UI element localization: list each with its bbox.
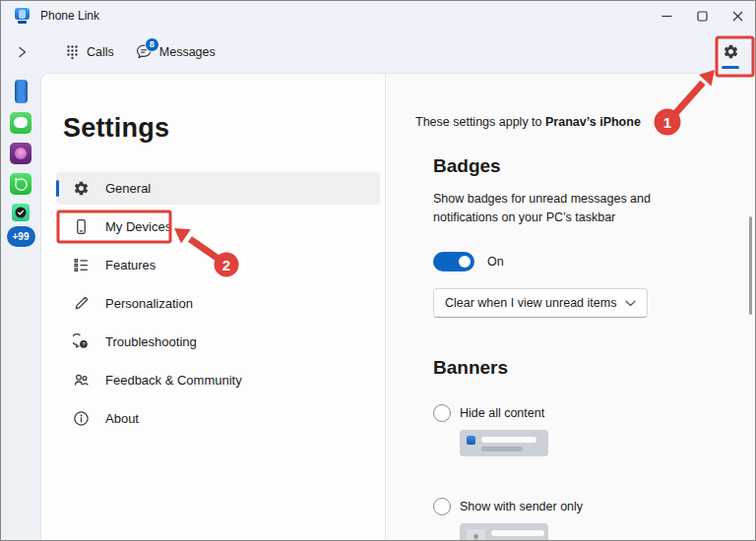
window-title: Phone Link <box>40 9 99 23</box>
svg-text:?: ? <box>82 341 85 347</box>
tab-calls-label: Calls <box>87 45 114 59</box>
radio-label: Hide all content <box>460 406 544 420</box>
device-name: Pranav’s iPhone <box>545 115 641 129</box>
tab-messages[interactable]: 8 Messages <box>136 44 216 60</box>
phone-link-mini-logo-icon <box>467 436 475 445</box>
close-button[interactable] <box>720 1 755 30</box>
maximize-button[interactable] <box>684 1 720 30</box>
menu-label: Feedback & Community <box>105 373 242 388</box>
dropdown-value: Clear when I view unread items <box>445 296 616 310</box>
phone-icon <box>73 218 90 235</box>
banner-preview-hide-content <box>460 430 548 456</box>
toggle-state-label: On <box>487 255 504 269</box>
phone-link-logo-icon <box>14 8 31 24</box>
menu-item-feedback[interactable]: Feedback & Community <box>56 364 380 396</box>
dialpad-icon <box>65 44 80 60</box>
menu-label: Troubleshooting <box>105 334 197 349</box>
menu-label: General <box>105 181 151 196</box>
gear-icon <box>723 43 739 60</box>
applies-to-prefix: These settings apply to <box>415 115 545 129</box>
menu-label: Personalization <box>105 296 193 311</box>
phone-link-window: Phone Link <box>0 0 756 541</box>
tab-messages-label: Messages <box>159 45 216 59</box>
pen-icon <box>73 295 90 312</box>
minimize-button[interactable] <box>649 1 684 30</box>
radio-label: Show with sender only <box>460 500 583 513</box>
menu-item-my-devices[interactable]: My Devices <box>56 210 380 243</box>
settings-card: Settings General My Devices <box>40 73 755 540</box>
menu-item-personalization[interactable]: Personalization <box>56 287 380 320</box>
menu-item-features[interactable]: Features <box>56 249 380 281</box>
device-settings-pane: These settings apply to Pranav’s iPhone … <box>386 74 755 540</box>
tab-calls[interactable]: Calls <box>65 44 114 60</box>
expand-sidebar-button[interactable] <box>18 46 43 58</box>
chevron-down-icon <box>625 300 636 307</box>
chat-question-icon: ? <box>73 333 90 350</box>
menu-item-general[interactable]: General <box>56 172 380 205</box>
scrollbar[interactable] <box>749 216 752 315</box>
badges-toggle[interactable] <box>433 252 474 271</box>
selected-accent-bar <box>56 180 59 197</box>
page-title: Settings <box>63 113 380 144</box>
banners-heading: Banners <box>433 357 755 379</box>
menu-label: My Devices <box>105 219 171 234</box>
tasks-check-app-icon[interactable] <box>12 204 30 221</box>
settings-menu: General My Devices Features <box>56 172 380 435</box>
radio-show-sender-only[interactable]: Show with sender only <box>433 498 755 515</box>
titlebar: Phone Link <box>1 1 755 30</box>
whatsapp-app-icon[interactable] <box>10 173 32 195</box>
top-navbar: Calls 8 Messages <box>1 30 755 73</box>
settings-pane: Settings General My Devices <box>41 74 385 540</box>
imessage-app-icon[interactable] <box>10 112 32 134</box>
app-rail: +99 <box>1 73 40 540</box>
list-icon <box>73 257 90 273</box>
settings-active-indicator <box>722 66 739 69</box>
menu-item-about[interactable]: About <box>56 402 380 435</box>
message-bubble-icon: 8 <box>136 44 153 60</box>
info-icon <box>73 410 90 427</box>
purple-app-icon[interactable] <box>10 143 32 164</box>
radio-button-icon[interactable] <box>433 498 451 515</box>
more-apps-badge[interactable]: +99 <box>7 226 35 247</box>
banner-preview-sender-only <box>460 523 548 541</box>
avatar-icon <box>467 529 485 541</box>
gear-icon <box>73 180 90 197</box>
phone-device-icon[interactable] <box>15 80 28 103</box>
badges-description: Show badges for unread messages and noti… <box>433 190 671 227</box>
menu-label: About <box>105 411 139 426</box>
toggle-knob <box>459 256 471 268</box>
messages-unread-badge: 8 <box>145 37 159 52</box>
settings-gear-button[interactable] <box>719 30 742 73</box>
applies-to-line: These settings apply to Pranav’s iPhone <box>415 115 755 129</box>
menu-label: Features <box>105 258 156 272</box>
people-icon <box>73 372 90 389</box>
badges-heading: Badges <box>433 155 755 177</box>
badge-clear-dropdown[interactable]: Clear when I view unread items <box>433 288 648 318</box>
radio-hide-all-content[interactable]: Hide all content <box>433 404 755 422</box>
radio-button-icon[interactable] <box>433 404 451 422</box>
menu-item-troubleshooting[interactable]: ? Troubleshooting <box>56 326 380 358</box>
